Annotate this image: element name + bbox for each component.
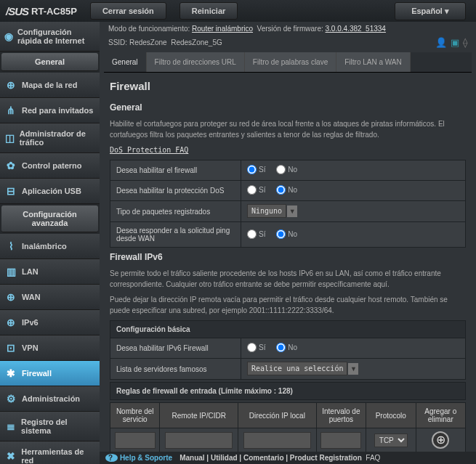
- rules-title: Reglas de firewall de entrada (Límite má…: [110, 383, 466, 400]
- ping-no[interactable]: No: [276, 229, 297, 239]
- tools-icon: ✖: [4, 449, 17, 463]
- sidebar: ◉Configuración rápida de Internet Genera…: [0, 22, 100, 464]
- tab-lan-wan-filter[interactable]: Filtro LAN a WAN: [336, 52, 411, 72]
- tab-keyword-filter[interactable]: Filtro de palabras clave: [245, 52, 336, 72]
- ipv6-fw-yes[interactable]: Sí: [247, 343, 265, 352]
- sidebar-item-firewall[interactable]: ✱Firewall: [0, 361, 100, 386]
- sidebar-item-syslog[interactable]: ≣Registro del sistema: [0, 412, 100, 441]
- firewall-icon: ✱: [4, 367, 17, 380]
- rule-local-input[interactable]: [243, 432, 311, 449]
- chevron-down-icon[interactable]: ▼: [348, 363, 358, 375]
- log-icon: ≣: [4, 420, 17, 433]
- reboot-button[interactable]: Reiniciar: [179, 2, 238, 20]
- tab-url-filter[interactable]: Filtro de direcciones URL: [147, 52, 245, 72]
- sidebar-item-ipv6[interactable]: ⊕IPv6: [0, 310, 100, 335]
- sidebar-item-wireless[interactable]: ⌇Inalámbrico: [0, 234, 100, 259]
- basic-config-header: Configuración básica: [110, 321, 466, 338]
- sidebar-quick-setup[interactable]: ◉Configuración rápida de Internet: [0, 22, 100, 52]
- traffic-icon: ◫: [4, 131, 15, 145]
- footer-bar: Help & Soporte Manual | Utilidad | Comen…: [100, 452, 476, 464]
- status-icon-2[interactable]: ▣: [451, 37, 459, 48]
- info-bar: Modo de funcionamiento: Router inalámbri…: [104, 22, 472, 36]
- language-select[interactable]: Español: [395, 2, 466, 20]
- ipv6-desc1: Se permite todo el tráfico saliente proc…: [110, 268, 466, 290]
- ipv6-icon: ⊕: [4, 316, 17, 329]
- sidebar-item-lan[interactable]: ▥LAN: [0, 259, 100, 285]
- ipv6-desc2: Puede dejar la dirección IP remota vacía…: [110, 294, 466, 316]
- sidebar-item-wan[interactable]: ⊕WAN: [0, 285, 100, 310]
- dos-faq-link[interactable]: DoS Protection FAQ: [110, 146, 188, 154]
- enable-fw-no[interactable]: No: [276, 165, 297, 174]
- ipv6-fw-no[interactable]: No: [276, 343, 297, 352]
- ssid2-link[interactable]: RedesZone_5G: [171, 38, 222, 46]
- basic-config-table: Configuración básica Desea habilitar IPv…: [110, 320, 466, 380]
- sidebar-item-traffic[interactable]: ◫Administrador de tráfico: [0, 123, 100, 153]
- tab-bar: General Filtro de direcciones URL Filtro…: [104, 52, 472, 73]
- sidebar-item-vpn[interactable]: ⊡VPN: [0, 335, 100, 361]
- usb-icon: ⊟: [4, 184, 17, 198]
- section-general: General: [110, 102, 466, 113]
- admin-icon: ⚙: [4, 392, 17, 405]
- sidebar-group-general: General: [1, 53, 98, 71]
- model-name: RT-AC85P: [31, 6, 77, 17]
- rule-ports-input[interactable]: [320, 432, 361, 449]
- general-table: Desea habilitar el firewall Sí No Desea …: [110, 160, 466, 248]
- mode-link[interactable]: Router inalámbrico: [192, 25, 253, 33]
- ssid1-link[interactable]: RedesZone: [129, 38, 167, 46]
- famous-servers-select[interactable]: Realice una selección: [247, 362, 347, 375]
- logout-button[interactable]: Cerrar sesión: [90, 2, 166, 20]
- status-icon-3[interactable]: ⟠: [463, 37, 467, 48]
- packet-type-select[interactable]: Ninguno: [247, 204, 286, 218]
- vpn-icon: ⊡: [4, 341, 17, 354]
- page-title: Firewall: [110, 80, 466, 92]
- sidebar-item-admin[interactable]: ⚙Administración: [0, 386, 100, 412]
- rule-protocol-select[interactable]: TCP: [374, 434, 408, 447]
- footer-faq[interactable]: FAQ: [366, 454, 380, 462]
- globe-icon: ◉: [4, 30, 13, 43]
- sidebar-item-usb[interactable]: ⊟Aplicación USB: [0, 179, 100, 204]
- enable-fw-yes[interactable]: Sí: [247, 165, 265, 174]
- wifi-icon: ⌇: [4, 240, 17, 253]
- sidebar-item-parental[interactable]: ✿Control paterno: [0, 153, 100, 179]
- lan-icon: ▥: [4, 265, 17, 278]
- enable-dos-yes[interactable]: Sí: [247, 185, 265, 195]
- help-link[interactable]: Help & Soporte: [105, 454, 172, 462]
- brand-logo: /SUS: [6, 5, 28, 17]
- sidebar-group-advanced: Configuración avanzada: [1, 205, 98, 232]
- wan-icon: ⊕: [4, 290, 17, 304]
- footer-links[interactable]: Manual | Utilidad | Comentario | Product…: [179, 454, 362, 462]
- add-rule-button[interactable]: ⊕: [432, 431, 449, 449]
- sidebar-item-tools[interactable]: ✖Herramientas de red: [0, 441, 100, 464]
- status-icon-1[interactable]: 👤: [435, 37, 447, 48]
- rule-remote-input[interactable]: [165, 432, 233, 449]
- firmware-link[interactable]: 3.0.0.4.382_51334: [326, 25, 386, 33]
- rules-header-table: Reglas de firewall de entrada (Límite má…: [110, 382, 466, 400]
- section-ipv6: Firewall IPv6: [110, 252, 466, 262]
- header-bar: /SUS RT-AC85P Cerrar sesión Reiniciar Es…: [0, 0, 476, 22]
- parental-icon: ✿: [4, 159, 17, 172]
- rule-service-input[interactable]: [115, 432, 156, 449]
- tab-general[interactable]: General: [104, 52, 147, 72]
- sidebar-item-network-map[interactable]: ⊕Mapa de la red: [0, 73, 100, 98]
- chevron-down-icon[interactable]: ▼: [287, 205, 297, 217]
- enable-dos-no[interactable]: No: [276, 185, 297, 195]
- ping-yes[interactable]: Sí: [247, 229, 265, 239]
- ssid-bar: SSID: RedesZone RedesZone_5G 👤▣⟠: [104, 36, 472, 52]
- sidebar-item-guest[interactable]: ⋔Red para invitados: [0, 98, 100, 123]
- map-icon: ⊕: [4, 78, 17, 91]
- content-area: Modo de funcionamiento: Router inalámbri…: [100, 22, 476, 464]
- guest-icon: ⋔: [4, 104, 17, 117]
- general-desc: Habilite el cortafuegos para proteger su…: [110, 118, 466, 140]
